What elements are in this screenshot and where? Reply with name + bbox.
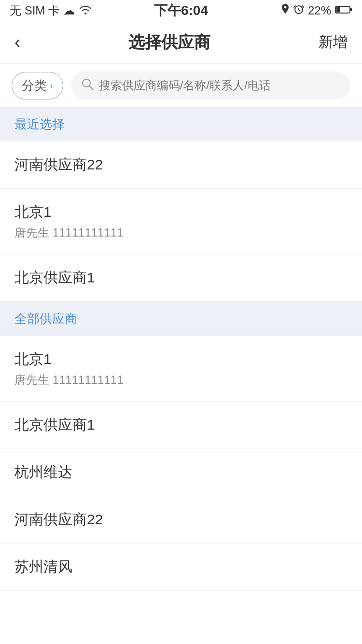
- list-item[interactable]: 北京供应商1: [0, 402, 362, 449]
- recent-section-header: 最近选择: [0, 107, 362, 141]
- all-list: 北京1唐先生 11111111111北京供应商1杭州维达河南供应商22苏州清风: [0, 336, 362, 591]
- category-label: 分类: [22, 77, 47, 94]
- list-item[interactable]: 北京1唐先生 11111111111: [0, 336, 362, 402]
- all-section-header: 全部供应商: [0, 302, 362, 336]
- list-item[interactable]: 苏州清风: [0, 544, 362, 591]
- nav-bar: ‹ 选择供应商 新增: [0, 21, 362, 64]
- svg-line-5: [89, 86, 93, 90]
- item-name: 河南供应商22: [14, 510, 348, 530]
- status-bar-right: 22%: [281, 4, 352, 17]
- item-name: 北京1: [14, 350, 348, 369]
- filter-bar: 分类 ›: [0, 64, 362, 107]
- item-sub: 唐先生 11111111111: [14, 372, 348, 388]
- list-item[interactable]: 杭州维达: [0, 449, 362, 496]
- recent-section-title: 最近选择: [14, 117, 65, 131]
- all-section-title: 全部供应商: [14, 311, 77, 326]
- svg-rect-2: [350, 8, 352, 11]
- no-sim-label: 无 SIM 卡 ☁: [10, 3, 75, 18]
- category-button[interactable]: 分类 ›: [12, 72, 63, 99]
- battery-icon: [335, 4, 352, 17]
- list-item[interactable]: 河南供应商22: [0, 496, 362, 544]
- status-bar-left: 无 SIM 卡 ☁: [10, 3, 92, 18]
- list-item[interactable]: 河南供应商22: [0, 141, 362, 189]
- add-button[interactable]: 新增: [319, 32, 348, 52]
- wifi-icon: [79, 4, 92, 17]
- list-item[interactable]: 北京1唐先生 11111111111: [0, 189, 362, 254]
- back-button[interactable]: ‹: [14, 32, 20, 53]
- search-input[interactable]: [99, 79, 341, 92]
- item-name: 杭州维达: [14, 462, 348, 482]
- item-name: 北京1: [14, 202, 348, 222]
- item-name: 北京供应商1: [14, 415, 348, 435]
- item-name: 苏州清风: [14, 557, 348, 577]
- search-box: [71, 71, 350, 99]
- chevron-right-icon: ›: [50, 80, 53, 91]
- recent-list: 河南供应商22北京1唐先生 11111111111北京供应商1: [0, 141, 362, 302]
- page-title: 选择供应商: [128, 31, 210, 54]
- location-icon: [281, 4, 290, 17]
- item-name: 河南供应商22: [14, 155, 348, 175]
- item-sub: 唐先生 11111111111: [14, 225, 348, 240]
- svg-rect-3: [336, 7, 340, 13]
- battery-label: 22%: [308, 4, 331, 17]
- status-bar: 无 SIM 卡 ☁ 下午6:04 22%: [0, 0, 362, 21]
- alarm-icon: [293, 4, 304, 17]
- list-item[interactable]: 北京供应商1: [0, 254, 362, 302]
- status-bar-time: 下午6:04: [154, 1, 208, 20]
- search-icon: [81, 77, 94, 94]
- item-name: 北京供应商1: [14, 268, 348, 288]
